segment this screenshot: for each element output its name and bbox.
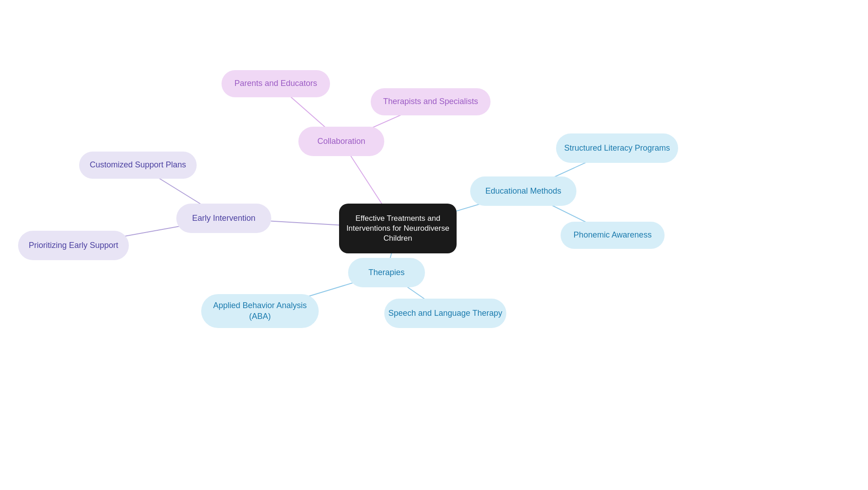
node-aba[interactable]: Applied Behavior Analysis (ABA) xyxy=(201,294,319,328)
node-customized_support[interactable]: Customized Support Plans xyxy=(79,152,197,179)
node-label-structured_literacy: Structured Literacy Programs xyxy=(561,143,674,153)
mind-map: Effective Treatments and Interventions f… xyxy=(0,0,868,490)
node-central[interactable]: Effective Treatments and Interventions f… xyxy=(339,204,457,253)
node-label-aba: Applied Behavior Analysis (ABA) xyxy=(201,300,319,322)
node-structured_literacy[interactable]: Structured Literacy Programs xyxy=(556,133,678,163)
node-label-customized_support: Customized Support Plans xyxy=(86,160,189,170)
node-early_intervention[interactable]: Early Intervention xyxy=(176,204,271,233)
node-label-therapies: Therapies xyxy=(365,267,408,278)
node-label-central: Effective Treatments and Interventions f… xyxy=(339,214,457,243)
node-label-therapists_specialists: Therapists and Specialists xyxy=(379,96,481,107)
node-label-parents_educators: Parents and Educators xyxy=(231,78,321,89)
node-label-collaboration: Collaboration xyxy=(314,136,369,147)
node-label-phonemic_awareness: Phonemic Awareness xyxy=(570,230,656,240)
node-prioritizing_early[interactable]: Prioritizing Early Support xyxy=(18,231,129,260)
node-collaboration[interactable]: Collaboration xyxy=(298,127,384,156)
node-therapists_specialists[interactable]: Therapists and Specialists xyxy=(371,88,491,115)
node-speech_language[interactable]: Speech and Language Therapy xyxy=(384,299,506,328)
node-label-educational_methods: Educational Methods xyxy=(481,186,565,196)
node-phonemic_awareness[interactable]: Phonemic Awareness xyxy=(561,222,665,249)
node-parents_educators[interactable]: Parents and Educators xyxy=(222,70,330,97)
node-educational_methods[interactable]: Educational Methods xyxy=(470,176,576,206)
node-label-prioritizing_early: Prioritizing Early Support xyxy=(25,240,122,251)
node-label-speech_language: Speech and Language Therapy xyxy=(385,308,506,319)
node-therapies[interactable]: Therapies xyxy=(348,258,425,287)
node-label-early_intervention: Early Intervention xyxy=(189,213,259,224)
